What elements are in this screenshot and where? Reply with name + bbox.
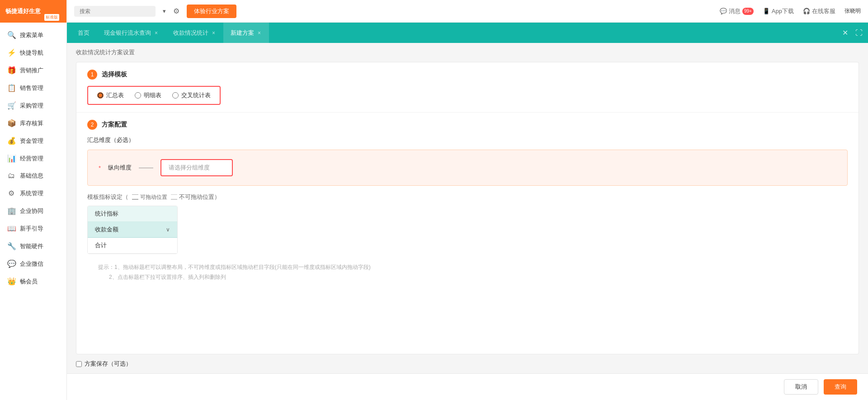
template-radio-group: 汇总表 明细表 交叉统计表 xyxy=(97,91,211,99)
radio-summary-input[interactable] xyxy=(97,92,104,99)
step2-circle: 2 xyxy=(87,120,97,130)
tip2: 2、点击标题栏下拉可设置排序、插入列和删除列 xyxy=(98,273,837,282)
sidebar-item-finance[interactable]: 💰 资金管理 xyxy=(0,132,66,150)
tab-new-plan-close[interactable]: × xyxy=(257,29,262,37)
form-container: 1 选择模板 汇总表 明细表 xyxy=(76,62,859,354)
drag-dots-icon xyxy=(132,194,138,200)
search-input[interactable] xyxy=(74,6,156,17)
support-icon: 🎧 xyxy=(803,8,810,14)
sidebar-item-system[interactable]: ⚙ 系统管理 xyxy=(0,184,66,202)
step2-title: 方案配置 xyxy=(102,121,127,129)
col-label: 收款金额 xyxy=(95,226,118,234)
sidebar-item-basic-info[interactable]: 🗂 基础信息 xyxy=(0,167,66,184)
save-plan-checkbox[interactable] xyxy=(76,361,82,367)
cancel-button[interactable]: 取消 xyxy=(784,379,818,395)
dimension-area: * 纵向维度 —— 请选择分组维度 xyxy=(87,150,848,186)
tab-collection-stats[interactable]: 收款情况统计 × xyxy=(166,23,223,43)
radio-detail-input[interactable] xyxy=(135,92,141,99)
dimension-arrow: —— xyxy=(139,164,153,172)
vertical-dimension-label: 纵向维度 xyxy=(108,164,132,172)
radio-cross-table[interactable]: 交叉统计表 xyxy=(172,91,211,99)
notification-button[interactable]: 💬 消息 99+ xyxy=(720,7,754,15)
sidebar-item-guide[interactable]: 📖 新手引导 xyxy=(0,220,66,237)
radio-detail-table[interactable]: 明细表 xyxy=(135,91,161,99)
step1-template-selection: 1 选择模板 汇总表 明细表 xyxy=(76,62,859,113)
sidebar-item-member[interactable]: 👑 畅会员 xyxy=(0,273,66,290)
sidebar-item-label: 基础信息 xyxy=(20,172,43,180)
sidebar-item-label: 系统管理 xyxy=(20,189,43,198)
tips-section: 提示：1、拖动标题栏可以调整布局，不可跨维度或指标区域拖动栏目字段(只能在同一维… xyxy=(87,255,848,286)
customer-support-button[interactable]: 🎧 在线客服 xyxy=(803,7,835,15)
basic-info-icon: 🗂 xyxy=(7,172,15,180)
query-button[interactable]: 查询 xyxy=(824,379,857,395)
enterprise-icon: 🏢 xyxy=(7,207,15,215)
purchase-icon: 🛒 xyxy=(7,101,15,110)
notification-icon: 💬 xyxy=(720,8,727,14)
radio-summary-table[interactable]: 汇总表 xyxy=(97,91,124,99)
industry-solution-button[interactable]: 体验行业方案 xyxy=(187,5,236,18)
dimension-select-button[interactable]: 请选择分组维度 xyxy=(160,159,233,176)
smart-hw-icon: 🔧 xyxy=(7,242,15,250)
inventory-icon: 📦 xyxy=(7,119,15,127)
sidebar-item-purchase[interactable]: 🛒 采购管理 xyxy=(0,97,66,114)
sidebar-item-wechat[interactable]: 💬 企业微信 xyxy=(0,255,66,273)
tab-home-label: 首页 xyxy=(78,29,90,37)
app-download-button[interactable]: 📱 App下载 xyxy=(763,7,794,15)
window-maximize-icon[interactable]: ⛶ xyxy=(854,27,864,39)
dimension-section-label: 汇总维度（必选） xyxy=(87,136,848,144)
sidebar-item-label: 智能硬件 xyxy=(20,242,43,250)
tab-bank-flow-close[interactable]: × xyxy=(154,29,159,37)
metrics-column-header[interactable]: 收款金额 ∨ xyxy=(88,222,177,238)
metrics-section: 模板指标设定（ 可拖动位置 不可拖动位置） 统计指标 xyxy=(87,193,848,255)
settings-gear-icon[interactable]: ⚙ xyxy=(173,7,179,15)
sidebar-item-quick-nav[interactable]: ⚡ 快捷导航 xyxy=(0,44,66,61)
metrics-label: 模板指标设定（ 可拖动位置 不可拖动位置） xyxy=(87,193,848,201)
sidebar-item-marketing[interactable]: 🎁 营销推广 xyxy=(0,61,66,79)
chevron-down-icon[interactable]: ∨ xyxy=(166,226,170,233)
window-close-icon[interactable]: ✕ xyxy=(840,27,850,39)
main-area: ▾ ⚙ 体验行业方案 💬 消息 99+ 📱 App下载 🎧 在线客服 张晓明 首… xyxy=(67,0,868,400)
operations-icon: 📊 xyxy=(7,154,15,163)
page-content: 收款情况统计方案设置 1 选择模板 汇总表 xyxy=(67,43,868,373)
marketing-icon: 🎁 xyxy=(7,66,15,75)
sidebar-item-enterprise[interactable]: 🏢 企业协同 xyxy=(0,202,66,220)
logo-badge: 标准版 xyxy=(44,14,59,21)
non-draggable-indicator: 不可拖动位置） xyxy=(171,193,220,201)
dimension-label-text: 汇总维度（必选） xyxy=(87,136,134,143)
sidebar-nav: 🔍 搜索菜单 ⚡ 快捷导航 🎁 营销推广 📋 销售管理 🛒 采购管理 📦 库存核… xyxy=(0,23,66,400)
tabbar: 首页 现金银行流水查询 × 收款情况统计 × 新建方案 × ✕ ⛶ xyxy=(67,23,868,43)
breadcrumb-text: 收款情况统计方案设置 xyxy=(76,49,135,56)
logo-text: 畅捷通好生意 xyxy=(5,8,41,15)
app-download-icon: 📱 xyxy=(763,8,770,14)
sidebar-item-operations[interactable]: 📊 经营管理 xyxy=(0,150,66,167)
tab-home[interactable]: 首页 xyxy=(71,23,97,43)
wechat-icon: 💬 xyxy=(7,259,15,268)
total-label: 合计 xyxy=(95,242,107,249)
radio-cross-input[interactable] xyxy=(172,92,179,99)
tab-bank-flow[interactable]: 现金银行流水查询 × xyxy=(97,23,166,43)
tip1: 提示：1、拖动标题栏可以调整布局，不可跨维度或指标区域拖动栏目字段(只能在同一维… xyxy=(98,263,837,273)
dropdown-arrow-icon[interactable]: ▾ xyxy=(163,8,166,14)
step1-header: 1 选择模板 xyxy=(87,70,848,80)
sidebar-item-label: 采购管理 xyxy=(20,102,43,110)
tip2-label: 2、点击标题栏下拉可设置排序、插入列和删除列 xyxy=(98,274,226,280)
finance-icon: 💰 xyxy=(7,136,15,145)
vertical-dimension-row: * 纵向维度 —— 请选择分组维度 xyxy=(99,159,836,176)
metrics-table-header: 统计指标 xyxy=(88,206,177,222)
tab-new-plan[interactable]: 新建方案 × xyxy=(223,23,269,43)
sidebar-item-label: 资金管理 xyxy=(20,137,43,145)
sidebar-item-smart-hw[interactable]: 🔧 智能硬件 xyxy=(0,237,66,255)
radio-cross-label: 交叉统计表 xyxy=(181,91,211,99)
sidebar-item-search-menu[interactable]: 🔍 搜索菜单 xyxy=(0,26,66,44)
stats-header-label: 统计指标 xyxy=(95,210,118,218)
system-icon: ⚙ xyxy=(7,189,15,198)
save-plan-label[interactable]: 方案保存（可选） xyxy=(76,360,132,368)
member-icon: 👑 xyxy=(7,277,15,286)
tab-collection-stats-close[interactable]: × xyxy=(211,29,216,37)
sidebar-item-label: 销售管理 xyxy=(20,84,43,92)
draggable-indicator: 可拖动位置 xyxy=(132,193,167,201)
metrics-total-row: 合计 xyxy=(88,238,177,254)
sidebar-item-inventory[interactable]: 📦 库存核算 xyxy=(0,114,66,132)
sidebar-item-sales[interactable]: 📋 销售管理 xyxy=(0,79,66,97)
step1-title: 选择模板 xyxy=(102,71,127,79)
